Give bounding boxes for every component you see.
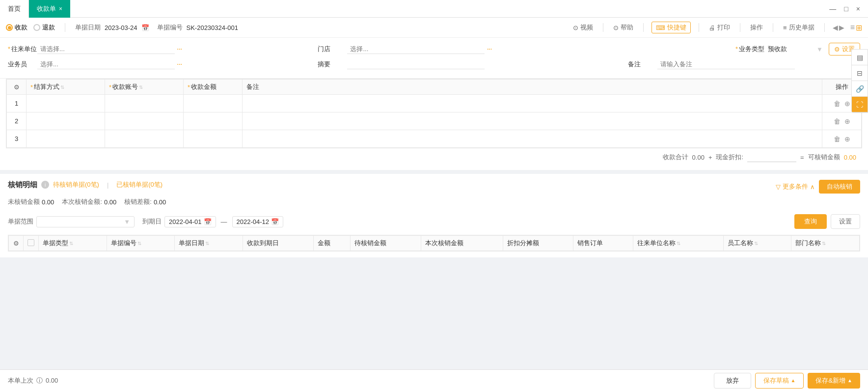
th-cb [24, 236, 39, 251]
help-button[interactable]: ⊙ 帮助 [611, 22, 635, 33]
verify-info-icon[interactable]: i [41, 181, 49, 189]
biz-type-field: 业务类型 预收款 ▼ ⚙ 设置 [628, 43, 860, 56]
th-staff-sort-icon[interactable]: ⇅ [754, 241, 758, 246]
discard-button[interactable]: 放弃 [714, 373, 751, 389]
date-to-calendar-icon[interactable]: 📅 [271, 218, 279, 225]
nav-next-icon[interactable]: ▶ [839, 24, 844, 31]
minimize-button[interactable]: — [827, 4, 838, 14]
date-from-calendar-icon[interactable]: 📅 [204, 218, 212, 225]
radio-receipt-circle [6, 24, 13, 31]
staff-input[interactable] [37, 59, 175, 69]
tab-close-icon[interactable]: × [59, 5, 62, 12]
view-grid-icon[interactable]: ⊞ [856, 23, 862, 32]
discount-input[interactable] [747, 152, 796, 162]
video-label: 视频 [580, 23, 593, 32]
row-2-amount[interactable] [184, 112, 243, 130]
equals-sign: = [800, 154, 804, 161]
radio-receipt[interactable]: 收款 [6, 23, 27, 32]
partner-more-icon[interactable]: ··· [177, 45, 182, 54]
note-input[interactable] [657, 59, 795, 69]
tab-receipt-label: 收款单 [37, 4, 56, 13]
select-all-checkbox[interactable] [27, 239, 34, 246]
row-3-amount[interactable] [184, 130, 243, 148]
date-value: 2023-03-24 [105, 24, 137, 31]
th-type-sort-icon[interactable]: ⇅ [69, 241, 73, 246]
th-dept-sort-icon[interactable]: ⇅ [822, 241, 826, 246]
table-settings-icon[interactable]: ⚙ [14, 84, 20, 91]
due-date-label: 到期日 [142, 217, 162, 226]
current-verify-label: 本次核销金额: [62, 197, 102, 206]
th-account-sort-icon[interactable]: ⇅ [139, 84, 143, 90]
row-3-account[interactable] [105, 130, 184, 148]
date-calendar-icon[interactable]: 📅 [141, 24, 149, 31]
verify-tab-done[interactable]: 已核销单据(0笔) [116, 180, 163, 189]
date-to-input[interactable]: 2022-04-12 📅 [232, 216, 284, 227]
rp-table-icon[interactable]: ▤ [852, 50, 868, 65]
rp-expand-icon[interactable]: ⛶ [852, 97, 868, 112]
summary-label: 摘要 [318, 60, 347, 69]
receipt-table: ⚙ * 结算方式 ⇅ * 收款账号 ⇅ [6, 79, 862, 148]
video-button[interactable]: ⊙ 视频 [571, 22, 595, 33]
print-button[interactable]: 🖨 打印 [707, 22, 732, 33]
more-conditions-button[interactable]: ▽ 更多条件 ∧ [776, 182, 815, 191]
summary-input[interactable] [347, 59, 485, 69]
th-checkbox: ⚙ [9, 236, 24, 251]
th-number-sort-icon[interactable]: ⇅ [137, 241, 141, 246]
row-1-copy-icon[interactable]: ⊕ [844, 100, 850, 108]
bottom-next-info-icon[interactable]: ⓘ [36, 376, 43, 385]
th-partner-sort-icon[interactable]: ⇅ [677, 241, 680, 246]
bottom-table-settings-icon[interactable]: ⚙ [13, 240, 19, 247]
row-1-account[interactable] [105, 95, 184, 112]
row-2-delete-icon[interactable]: 🗑 [834, 117, 841, 125]
form-area: 往来单位 ··· 门店 ··· 业务类型 预收款 ▼ ⚙ 设置 业务员 ··· [0, 38, 868, 79]
th-settle-label: 结算方式 [34, 83, 59, 91]
nav-prev-icon[interactable]: ◀ [833, 24, 838, 31]
operation-button[interactable]: 操作 [748, 22, 765, 33]
radio-refund[interactable]: 退款 [33, 23, 55, 32]
row-3-note[interactable] [243, 130, 822, 148]
range-select[interactable]: ▼ [36, 216, 135, 227]
view-toggle: ≡ ⊞ [850, 23, 862, 32]
th-settle-sort-icon[interactable]: ⇅ [60, 84, 64, 90]
row-3-delete-icon[interactable]: 🗑 [834, 135, 841, 143]
biz-type-dropdown-icon[interactable]: ▼ [816, 46, 823, 53]
row-2-note[interactable] [243, 112, 822, 130]
staff-more-icon[interactable]: ··· [177, 60, 182, 69]
tab-home[interactable]: 首页 [0, 0, 29, 18]
view-list-icon[interactable]: ≡ [850, 23, 855, 32]
close-button[interactable]: × [854, 4, 862, 14]
auto-verify-button[interactable]: 自动核销 [819, 180, 860, 194]
partner-input[interactable] [37, 44, 175, 54]
shortcut-button[interactable]: ⌨ 快捷键 [651, 22, 691, 33]
row-2-settle[interactable] [27, 112, 105, 130]
row-1-delete-icon[interactable]: 🗑 [834, 100, 841, 108]
maximize-button[interactable]: □ [842, 4, 850, 14]
row-1-amount[interactable] [184, 95, 243, 112]
verify-settings-button[interactable]: 设置 [831, 214, 860, 229]
query-button[interactable]: 查询 [794, 214, 827, 229]
save-new-button[interactable]: 保存&新增 ▲ [808, 373, 860, 389]
rp-link-icon[interactable]: 🔗 [852, 81, 868, 97]
date-from-input[interactable]: 2022-04-01 📅 [164, 216, 216, 227]
history-button[interactable]: ≡ 历史单据 [781, 22, 816, 33]
th-partner-label: 往来单位名称 [637, 239, 676, 248]
current-verify-value: 0.00 [104, 198, 116, 206]
tab-receipt[interactable]: 收款单 × [29, 0, 70, 18]
store-field: 门店 ··· [318, 44, 608, 54]
row-1-note[interactable] [243, 95, 822, 112]
th-date-sort-icon[interactable]: ⇅ [205, 241, 209, 246]
th-settle-required: * [30, 84, 33, 91]
verify-tab-pending[interactable]: 待核销单据(0笔) [53, 180, 99, 189]
rp-list-icon[interactable]: ⊟ [852, 65, 868, 81]
right-panel: ▤ ⊟ 🔗 ⛶ [851, 49, 868, 113]
draft-button[interactable]: 保存草稿 ▲ [755, 373, 804, 389]
row-3-settle[interactable] [27, 130, 105, 148]
row-1-settle[interactable] [27, 95, 105, 112]
row-3-copy-icon[interactable]: ⊕ [844, 135, 850, 143]
store-input[interactable] [347, 44, 485, 54]
store-more-icon[interactable]: ··· [487, 45, 491, 54]
unverified-label: 未核销金额 [8, 197, 40, 206]
row-2-account[interactable] [105, 112, 184, 130]
th-note: 备注 [243, 80, 822, 95]
row-2-copy-icon[interactable]: ⊕ [844, 117, 850, 125]
